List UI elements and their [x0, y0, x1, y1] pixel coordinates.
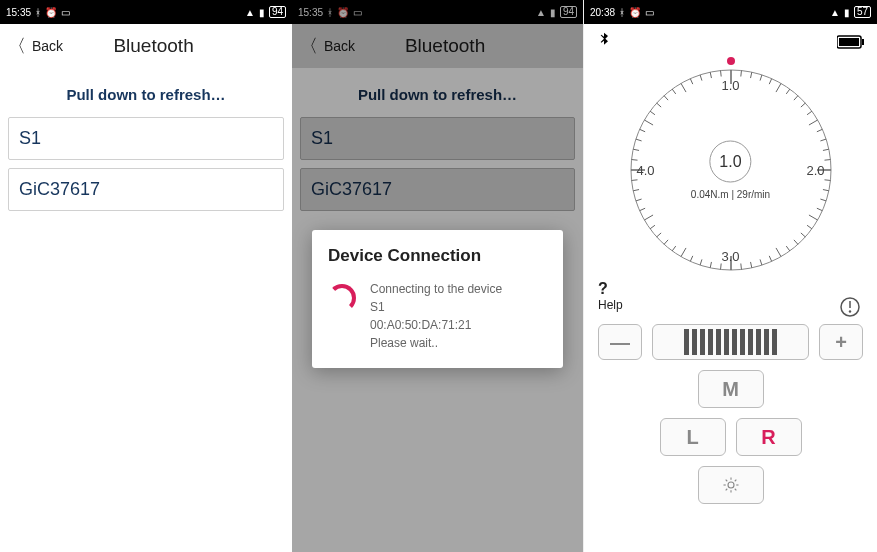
svg-line-43 — [650, 225, 655, 229]
gauge-subtext: 0.04N.m | 29r/min — [691, 189, 770, 200]
svg-line-40 — [672, 246, 676, 251]
connection-modal: Device Connection Connecting to the devi… — [312, 230, 563, 368]
svg-line-46 — [635, 199, 641, 201]
svg-line-44 — [644, 215, 653, 220]
svg-line-25 — [807, 225, 812, 229]
svg-line-62 — [710, 72, 711, 78]
svg-line-16 — [820, 139, 826, 141]
status-bar: 20:38 ᚼ ⏰ ▭ ▲ ▮ 57 — [584, 0, 877, 24]
clock: 20:38 — [590, 7, 615, 18]
svg-line-6 — [750, 72, 751, 78]
svg-line-52 — [635, 139, 641, 141]
svg-line-30 — [769, 256, 771, 261]
modal-message: Connecting to the device S1 00:A0:50:DA:… — [370, 280, 502, 352]
svg-line-54 — [644, 120, 653, 125]
bluetooth-icon: ᚼ — [619, 7, 625, 18]
svg-line-21 — [822, 190, 828, 191]
gauge-label-bottom: 3.0 — [721, 249, 739, 264]
svg-line-60 — [690, 79, 692, 84]
sd-icon: ▭ — [645, 7, 654, 18]
minus-button[interactable]: — — [598, 324, 642, 360]
svg-line-26 — [800, 233, 804, 237]
torque-control-screen: 20:38 ᚼ ⏰ ▭ ▲ ▮ 57 — [583, 0, 877, 552]
direction-r-button[interactable]: R — [736, 418, 802, 456]
svg-line-33 — [740, 263, 741, 269]
svg-line-61 — [700, 75, 702, 81]
help-button[interactable]: ? Help — [584, 280, 877, 312]
clock: 15:35 — [6, 7, 31, 18]
svg-line-45 — [639, 208, 644, 210]
svg-line-31 — [760, 259, 762, 265]
svg-line-41 — [664, 240, 668, 244]
svg-line-11 — [793, 96, 797, 100]
spinner-icon — [328, 284, 356, 312]
device-item[interactable]: S1 — [8, 117, 284, 160]
svg-line-55 — [650, 111, 655, 115]
svg-line-28 — [786, 246, 790, 251]
device-item[interactable]: GiC37617 — [8, 168, 284, 211]
gauge-value: 1.0 — [709, 141, 751, 183]
svg-line-29 — [776, 248, 781, 257]
svg-line-15 — [816, 129, 821, 131]
status-bar: 15:35 ᚼ ⏰ ▭ ▲ ▮ 94 — [0, 0, 292, 24]
svg-rect-2 — [862, 39, 864, 45]
svg-line-24 — [808, 215, 817, 220]
svg-line-72 — [725, 480, 727, 482]
svg-line-73 — [734, 489, 736, 491]
light-button[interactable] — [698, 466, 764, 504]
svg-line-13 — [807, 111, 812, 115]
svg-line-51 — [633, 149, 639, 150]
speed-slider[interactable] — [652, 324, 809, 360]
gauge-label-top: 1.0 — [721, 78, 739, 93]
svg-line-75 — [734, 480, 736, 482]
svg-point-67 — [728, 482, 734, 488]
sd-icon: ▭ — [61, 7, 70, 18]
bluetooth-connecting-screen: 15:35 ᚼ ⏰ ▭ ▲ ▮ 94 〈 Back Bluetooth Pull… — [292, 0, 583, 552]
signal-icon: ▮ — [844, 7, 850, 18]
gauge-label-left: 4.0 — [637, 163, 655, 178]
svg-rect-1 — [839, 38, 859, 46]
svg-line-38 — [690, 256, 692, 261]
svg-line-20 — [824, 180, 830, 181]
svg-line-56 — [656, 103, 660, 107]
svg-line-37 — [700, 259, 702, 265]
battery-level: 94 — [269, 6, 286, 18]
wifi-icon: ▲ — [830, 7, 840, 18]
plus-button[interactable]: + — [819, 324, 863, 360]
svg-line-36 — [710, 262, 711, 268]
svg-point-66 — [849, 310, 851, 312]
direction-l-button[interactable]: L — [660, 418, 726, 456]
svg-line-50 — [631, 160, 637, 161]
svg-line-12 — [800, 103, 804, 107]
svg-line-23 — [816, 208, 821, 210]
gauge-label-right: 2.0 — [806, 163, 824, 178]
svg-line-22 — [820, 199, 826, 201]
bluetooth-icon — [596, 32, 612, 52]
mode-m-button[interactable]: M — [698, 370, 764, 408]
svg-line-5 — [740, 71, 741, 77]
svg-line-10 — [786, 89, 790, 94]
svg-line-39 — [681, 248, 686, 257]
refresh-hint: Pull down to refresh… — [0, 68, 292, 117]
signal-icon: ▮ — [259, 7, 265, 18]
page-title: Bluetooth — [23, 35, 284, 57]
svg-line-9 — [776, 83, 781, 92]
svg-line-18 — [824, 160, 830, 161]
svg-line-35 — [720, 263, 721, 269]
alarm-icon: ⏰ — [45, 7, 57, 18]
svg-line-32 — [750, 262, 751, 268]
wifi-icon: ▲ — [245, 7, 255, 18]
svg-line-47 — [633, 190, 639, 191]
torque-gauge: 1.0 2.0 3.0 4.0 1.0 0.04N.m | 29r/min — [621, 60, 841, 280]
svg-line-63 — [720, 71, 721, 77]
question-icon: ? — [598, 280, 863, 298]
gauge-pointer — [727, 57, 735, 65]
svg-line-7 — [760, 75, 762, 81]
svg-line-57 — [664, 96, 668, 100]
svg-line-27 — [793, 240, 797, 244]
warning-icon[interactable] — [839, 296, 861, 322]
alarm-icon: ⏰ — [629, 7, 641, 18]
svg-line-17 — [822, 149, 828, 150]
svg-line-42 — [656, 233, 660, 237]
svg-line-74 — [725, 489, 727, 491]
